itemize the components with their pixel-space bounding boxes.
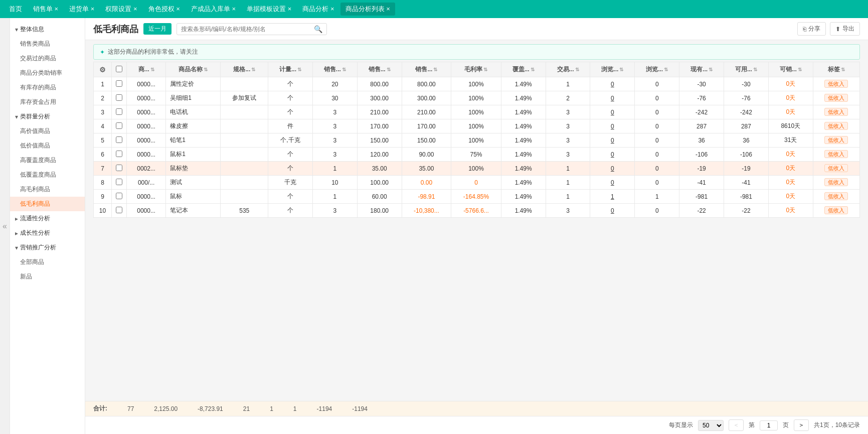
- cell-check[interactable]: [112, 176, 127, 190]
- cell-browse1[interactable]: 0: [590, 105, 635, 119]
- th-spec[interactable]: 规格...⇅: [221, 62, 268, 77]
- nav-roles[interactable]: 角色授权 ×: [143, 3, 185, 16]
- browse1-link[interactable]: 0: [611, 81, 614, 88]
- cell-browse1[interactable]: 0: [590, 77, 635, 91]
- cell-browse1[interactable]: 0: [590, 162, 635, 176]
- sidebar-group-marketing[interactable]: ▾ 营销推广分析: [10, 240, 85, 255]
- sidebar-item-all-products[interactable]: 全部商品: [10, 255, 85, 269]
- browse1-link[interactable]: 0: [611, 123, 614, 130]
- row-checkbox[interactable]: [116, 94, 122, 101]
- cell-check[interactable]: [112, 119, 127, 133]
- sort-spec-icon[interactable]: ⇅: [251, 67, 255, 72]
- page-number-input[interactable]: [760, 420, 778, 430]
- cell-check[interactable]: [112, 148, 127, 162]
- nav-analysis-list[interactable]: 商品分析列表 ×: [340, 3, 395, 16]
- sort-browse1-icon[interactable]: ⇅: [619, 67, 623, 72]
- th-sales-amt[interactable]: 销售...⇅: [357, 62, 402, 77]
- sidebar-group-liquidity[interactable]: ▸ 流通性分析: [10, 211, 85, 226]
- row-checkbox[interactable]: [116, 179, 122, 185]
- sidebar-group-growth[interactable]: ▸ 成长性分析: [10, 226, 85, 240]
- nav-products[interactable]: 产成品入库单 ×: [186, 3, 241, 16]
- th-trade[interactable]: 交易...⇅: [546, 62, 590, 77]
- nav-analysis[interactable]: 商品分析 ×: [297, 3, 339, 16]
- sort-saleable-icon[interactable]: ⇅: [798, 67, 802, 72]
- sidebar-item-low-value[interactable]: 低价值商品: [10, 138, 85, 153]
- cell-name[interactable]: 笔记本: [166, 204, 221, 218]
- cell-name[interactable]: 吴细细1: [166, 91, 221, 105]
- sidebar-item-low-coverage[interactable]: 低覆盖度商品: [10, 168, 85, 182]
- next-page-button[interactable]: ＞: [794, 419, 809, 431]
- sort-sales-qty-icon[interactable]: ⇅: [342, 67, 346, 72]
- sort-sales-amt-icon[interactable]: ⇅: [387, 67, 391, 72]
- cell-name[interactable]: 鼠标垫: [166, 162, 221, 176]
- sidebar-item-sales-products[interactable]: 销售类商品: [10, 37, 85, 51]
- sort-sales-profit-icon[interactable]: ⇅: [433, 67, 437, 72]
- row-checkbox[interactable]: [116, 165, 122, 171]
- th-available[interactable]: 可用...⇅: [724, 62, 768, 77]
- th-browse1[interactable]: 浏览...⇅: [590, 62, 635, 77]
- cell-browse1[interactable]: 0: [590, 148, 635, 162]
- sort-tag-icon[interactable]: ⇅: [841, 67, 845, 72]
- sidebar-item-high-margin[interactable]: 高毛利商品: [10, 182, 85, 197]
- browse1-link[interactable]: 0: [611, 95, 614, 102]
- cell-browse1[interactable]: 1: [590, 190, 635, 204]
- th-unit[interactable]: 计量...⇅: [268, 62, 313, 77]
- cell-check[interactable]: [112, 77, 127, 91]
- row-checkbox[interactable]: [116, 122, 122, 129]
- share-button[interactable]: ⎗ 分享: [797, 22, 826, 36]
- sort-gross-icon[interactable]: ⇅: [483, 67, 487, 72]
- cell-name[interactable]: 电话机: [166, 105, 221, 119]
- cell-browse1[interactable]: 0: [590, 176, 635, 190]
- browse1-link[interactable]: 0: [611, 165, 614, 172]
- browse1-link[interactable]: 0: [611, 179, 614, 186]
- cell-check[interactable]: [112, 133, 127, 148]
- th-coverage[interactable]: 覆盖...⇅: [501, 62, 546, 77]
- per-page-select[interactable]: 50 100 200: [698, 420, 724, 431]
- th-browse2[interactable]: 浏览...⇅: [635, 62, 679, 77]
- row-checkbox[interactable]: [116, 207, 122, 213]
- sort-coverage-icon[interactable]: ⇅: [531, 67, 535, 72]
- sort-unit-icon[interactable]: ⇅: [297, 67, 301, 72]
- sidebar-group-overall[interactable]: ▾ 整体信息: [10, 22, 85, 37]
- th-sales-qty[interactable]: 销售...⇅: [312, 62, 357, 77]
- browse1-link[interactable]: 0: [611, 137, 614, 144]
- sidebar-item-category-rate[interactable]: 商品分类助销率: [10, 66, 85, 80]
- cell-name[interactable]: 铅笔1: [166, 133, 221, 148]
- th-saleable[interactable]: 可销...⇅: [768, 62, 813, 77]
- search-input[interactable]: [181, 26, 312, 33]
- th-code[interactable]: 商...⇅: [127, 62, 166, 77]
- sidebar-item-in-stock[interactable]: 有库存的商品: [10, 80, 85, 95]
- th-current[interactable]: 现有...⇅: [679, 62, 724, 77]
- row-checkbox[interactable]: [116, 151, 122, 157]
- th-sales-profit[interactable]: 销售...⇅: [402, 62, 451, 77]
- th-tag[interactable]: 标签⇅: [813, 62, 859, 77]
- nav-permissions[interactable]: 权限设置 ×: [100, 3, 142, 16]
- browse1-link[interactable]: 0: [611, 109, 614, 116]
- th-gear[interactable]: ⚙: [94, 62, 112, 77]
- sidebar-item-new-products[interactable]: 新品: [10, 269, 85, 284]
- sort-code-icon[interactable]: ⇅: [150, 67, 154, 72]
- sidebar-item-high-value[interactable]: 高价值商品: [10, 124, 85, 138]
- sidebar-item-traded-products[interactable]: 交易过的商品: [10, 51, 85, 66]
- cell-name[interactable]: 鼠标1: [166, 148, 221, 162]
- browse1-link[interactable]: 1: [611, 193, 614, 200]
- th-name[interactable]: 商品名称⇅: [166, 62, 221, 77]
- cell-browse1[interactable]: 0: [590, 91, 635, 105]
- prev-page-button[interactable]: ＜: [729, 419, 744, 431]
- cell-name[interactable]: 测试: [166, 176, 221, 190]
- cell-check[interactable]: [112, 204, 127, 218]
- sort-current-icon[interactable]: ⇅: [709, 67, 713, 72]
- nav-home[interactable]: 首页: [4, 3, 27, 16]
- cell-name[interactable]: 属性定价: [166, 77, 221, 91]
- sidebar-group-cluster[interactable]: ▾ 类群量分析: [10, 109, 85, 124]
- date-filter-button[interactable]: 近一月: [143, 23, 171, 35]
- export-button[interactable]: ⬆ 导出: [830, 22, 860, 36]
- nav-sales[interactable]: 销售单 ×: [28, 3, 63, 16]
- cell-browse1[interactable]: 0: [590, 133, 635, 148]
- search-icon[interactable]: 🔍: [314, 25, 322, 33]
- browse1-link[interactable]: 0: [611, 207, 614, 214]
- row-checkbox[interactable]: [116, 108, 122, 115]
- cell-check[interactable]: [112, 91, 127, 105]
- cell-browse1[interactable]: 0: [590, 119, 635, 133]
- select-all-checkbox[interactable]: [116, 66, 122, 72]
